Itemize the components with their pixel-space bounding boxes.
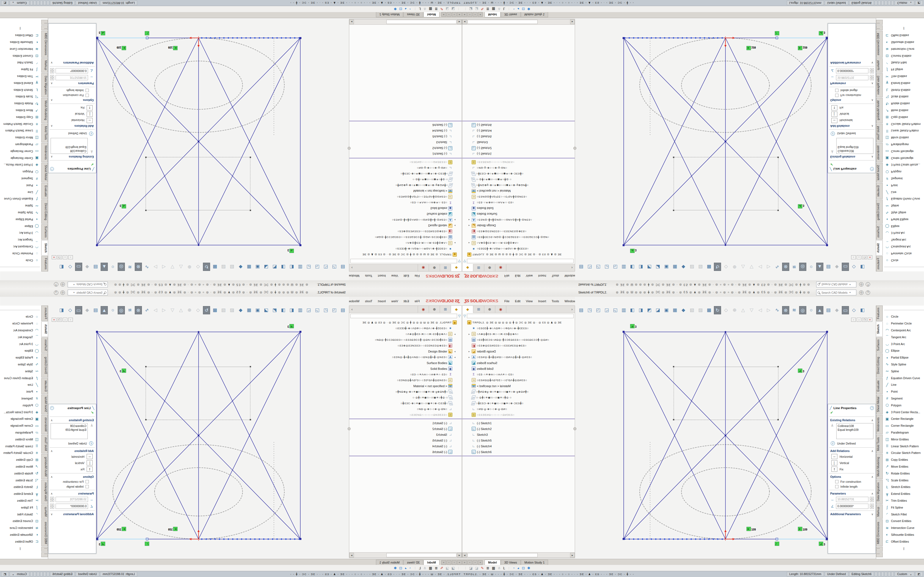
list-scroll-more-icon[interactable]: ∨∨ — [884, 547, 924, 550]
section-additional-parameters[interactable]: Additional Parameters∨ — [828, 512, 876, 517]
tool-equation-driven-curve[interactable]: ƒEquation Driven Curve — [884, 374, 924, 381]
tree-row[interactable]: ∟(-) Sketch1 — [462, 151, 575, 157]
tab-scroll-button[interactable]: « — [457, 12, 462, 17]
tree-row[interactable]: ★○ƐSƐE╋◦⊕○ΛΩΦ○◦○ΦΩΛ○⊕◦╋ƐEƐS○ — [349, 325, 462, 331]
format-icon[interactable]: ▦ — [492, 7, 495, 11]
tool-silhouette-entities[interactable]: ◐Silhouette Entities — [0, 531, 40, 538]
tool-intersection-curve[interactable]: ≋Intersection Curve — [0, 524, 40, 531]
cm-tab-sheet-metal[interactable]: Sheet Metal — [41, 395, 48, 414]
tool-move-entities[interactable]: ↗Move Entities — [0, 107, 40, 114]
tree-row[interactable]: ▱○·◎╋○✳◉I○◦○I◉✳○╋◎·○ — [462, 177, 575, 182]
propertymanager-tab[interactable]: ⊞ — [473, 264, 484, 271]
tree-filter-input[interactable] — [351, 314, 457, 318]
format-icon[interactable]: Ŀ — [503, 7, 505, 11]
tab-model[interactable]: Model — [485, 12, 501, 17]
tool-extend-entities[interactable]: ┳Extend Entities — [884, 80, 924, 87]
tool-stretch-entities[interactable]: ĿStretch Entities — [884, 484, 924, 490]
format-icon[interactable]: ⋔ — [423, 566, 426, 570]
cm-tab-⋮[interactable]: ⋮ — [876, 20, 883, 25]
add-relation-horizontal[interactable]: ─Horizontal — [828, 117, 876, 124]
tab-scroll-button[interactable]: › — [447, 12, 451, 17]
tool-move-entities[interactable]: ↗Move Entities — [884, 463, 924, 470]
section-parameters[interactable]: Parameters∧ — [828, 491, 876, 496]
search-box[interactable]: ▾ — [68, 290, 108, 295]
status-custom[interactable]: Custom▲ — [895, 0, 914, 5]
checkbox[interactable] — [835, 89, 838, 92]
menu-view[interactable]: View — [523, 274, 535, 278]
tool-centerpoint-arc[interactable]: ◠Centerpoint Arc — [884, 243, 924, 250]
tab-3d-views[interactable]: 3D Views — [501, 12, 520, 17]
menu-file[interactable]: File — [502, 274, 512, 278]
tab-scroll-button[interactable]: ‹ — [467, 12, 472, 17]
tree-row[interactable]: ≡Material < not specified > — [349, 383, 462, 389]
ok-check-icon[interactable]: ✔ — [48, 161, 96, 166]
cm-tab-surfaces[interactable]: Surfaces — [876, 224, 883, 240]
tool-trim-entities[interactable]: ✂Trim Entities — [884, 73, 924, 80]
cm-tab-weldments[interactable]: Weldments — [41, 415, 48, 434]
tree-row[interactable]: ▤○ƐS╋ƐEƆS○ИΩ◎◦╋ƆƆEΩƐƐS○◦○ƐSƐΩƐƆƆ╋◦◎ΩИ○ — [462, 234, 575, 240]
tool-trim-entities[interactable]: ✂Trim Entities — [0, 73, 40, 80]
tree-row[interactable]: ◔○ƐSИΩ◎╋ΛΩ³ƐE○◦○Ɛ³ΩΛ╋◎ΩИƐS○ — [349, 377, 462, 383]
tree-row[interactable]: ∟○ИΩ◦g◦⊕○◦○⊕◦g◦ΩИ○ — [349, 406, 462, 412]
parameter-value[interactable]: 10.88152731 — [55, 75, 88, 80]
tree-row[interactable]: ∟(-) Sketch1 — [349, 420, 462, 426]
tool-3-point-arc[interactable]: ◡3 Point Arc — [0, 230, 40, 237]
section-additional-parameters[interactable]: Additional Parameters∨ — [828, 60, 876, 65]
tool-trim-entities[interactable]: ✂Trim Entities — [884, 497, 924, 504]
propertymanager-tab[interactable]: ⊞ — [440, 264, 451, 271]
sketch-gray-rectangle[interactable] — [674, 367, 778, 420]
tree-row[interactable]: ▸◔○Λ⊕◎╋ƐS◦Ж○◦○Ж◦ƐS╋◎⊕Λ○ — [462, 331, 575, 337]
cm-tab-weldments[interactable]: Weldments — [876, 415, 883, 434]
system-icon[interactable]: ✱ — [527, 7, 530, 11]
option-infinite-length[interactable]: Infinite length — [48, 484, 96, 489]
doc-window-icon[interactable]: ▫ — [68, 255, 73, 259]
cm-tab-surfaces[interactable]: Surfaces — [41, 337, 48, 353]
tool-linear-sketch-pattern[interactable]: ⠿Linear Sketch Pattern — [0, 127, 40, 134]
tool-copy-entities[interactable]: ⊞Copy Entities — [0, 456, 40, 463]
user-account-icon[interactable]: ⊙ — [60, 290, 65, 295]
cm-tab-weldments[interactable]: Weldments — [41, 143, 48, 162]
checkbox[interactable] — [86, 485, 89, 488]
restore-button[interactable] — [18, 281, 26, 288]
format-icon[interactable]: ≣ — [435, 566, 438, 570]
tool-fit-spline[interactable]: ∫Fit Spline — [884, 66, 924, 73]
search-dropdown-icon[interactable]: ▾ — [73, 283, 74, 286]
displaymanager-tab[interactable]: ◉ — [495, 264, 506, 271]
search-input[interactable] — [821, 283, 848, 287]
tree-row[interactable]: Σ○ƐS·∩✳⊕m○◦○mΛ✳∩·ƐS○ — [349, 200, 462, 206]
tool-circle[interactable]: ○Circle — [884, 257, 924, 264]
tool-silhouette-entities[interactable]: ◐Silhouette Entities — [884, 39, 924, 46]
tree-row[interactable]: ∟(-) Sketch2 — [462, 145, 575, 151]
add-relation-horizontal[interactable]: ─Horizontal — [828, 453, 876, 460]
section-options[interactable]: Options∧ — [48, 98, 96, 103]
selected-line-endpoint[interactable] — [146, 37, 148, 39]
tab-scroll-button[interactable]: » — [441, 12, 446, 17]
format-icon[interactable]: ▦ — [429, 566, 432, 570]
tab-model[interactable]: Model — [423, 12, 439, 17]
parameter-value[interactable]: 10.88152731 — [836, 75, 869, 80]
tree-row[interactable]: ▱○╋ИΩ⊕g◦⊕○✳◉I○◦○I◉✳○⊕◦g⊕ΩИ╋○ — [462, 182, 575, 188]
list-scroll-more-icon[interactable]: ∨∨ — [884, 27, 924, 30]
tree-row[interactable]: ▱○╋ƐSƆ◦⊕○✳◉I○◦○I◉✳○⊕◦ƆƐS╋○ — [462, 171, 575, 177]
tool-perimeter-circle[interactable]: ◌Perimeter Circle — [884, 320, 924, 327]
tool-offset-entities[interactable]: ⊏Offset Entities — [884, 32, 924, 39]
tree-row[interactable]: ▤○ƐS╋ƐEƆS○ИΩ◎◦╋ƆƆEΩƐƐS○◦○ƐSƐΩƐƆƆ╋◦◎ΩИ○ — [349, 337, 462, 343]
option-infinite-length[interactable]: Infinite length — [48, 88, 96, 93]
menu-tools[interactable]: Tools — [363, 274, 375, 278]
tool-ellipse[interactable]: ◯Ellipse — [0, 223, 40, 230]
cm-tab-⋮[interactable]: ⋮ — [876, 552, 883, 557]
tool-center-rectangle[interactable]: ▣Center Rectangle — [0, 416, 40, 422]
doc-window-icon[interactable]: ▫ — [851, 255, 856, 259]
tab-scroll-button[interactable]: « — [457, 560, 462, 565]
search-dropdown-icon[interactable]: ▾ — [850, 291, 851, 294]
tool-mirror-entities[interactable]: ◫Mirror Entities — [884, 134, 924, 141]
tool-3-point-center-recta-[interactable]: ◈3 Point Center Recta... — [0, 409, 40, 416]
tool-convert-entities[interactable]: ⊡Convert Entities — [884, 517, 924, 524]
selected-line-endpoint[interactable] — [776, 538, 778, 540]
rollback-bar[interactable] — [462, 158, 575, 158]
section-options[interactable]: Options∧ — [828, 474, 876, 479]
tool-mirror-entities[interactable]: ◫Mirror Entities — [0, 134, 40, 141]
cm-tab-mesh-modeling[interactable]: Mesh Modeling — [876, 454, 883, 479]
tool-extend-entities[interactable]: ┳Extend Entities — [0, 80, 40, 87]
parameter-value[interactable]: 0.00000000° — [836, 68, 869, 73]
